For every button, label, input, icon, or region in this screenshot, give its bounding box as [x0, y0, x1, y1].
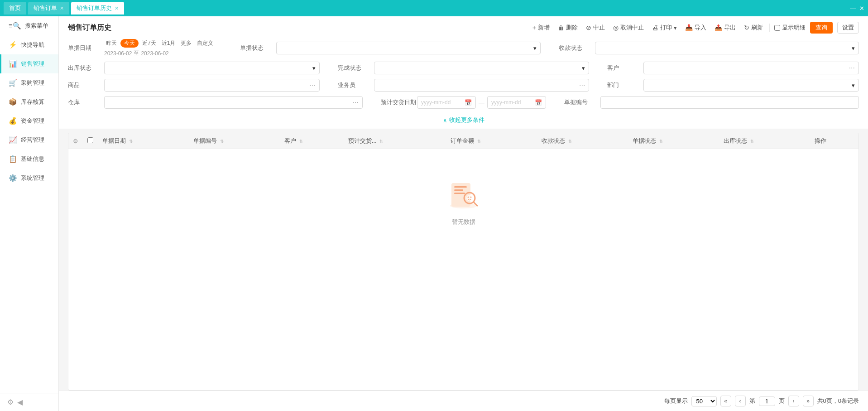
th-bill-status-sort-icon[interactable]: ⇅: [659, 139, 663, 144]
bill-number-input[interactable]: [600, 96, 859, 109]
sidebar-item-quick-nav[interactable]: ⚡ 快捷导航: [0, 35, 58, 54]
th-expected-delivery-sort-icon[interactable]: ⇅: [379, 139, 383, 144]
tab-sales-order-history[interactable]: 销售订单历史 ✕: [71, 2, 124, 15]
date-range-start: 2023-06-02: [104, 50, 132, 57]
search-menu-icon: ≡🔍: [9, 22, 21, 30]
table-settings-icon[interactable]: ⚙: [73, 138, 78, 145]
expected-date-calendar-start-icon[interactable]: 📅: [465, 99, 472, 106]
print-label: 打印: [660, 24, 672, 32]
cancel-stop-label: 取消中止: [620, 24, 644, 32]
th-out-status-label: 出库状态: [724, 137, 747, 144]
salesperson-select[interactable]: ···: [374, 79, 590, 92]
sidebar-settings-icon[interactable]: ⚙: [7, 398, 14, 406]
th-order-amount[interactable]: 订单金额 ⇅: [446, 133, 537, 149]
sidebar-item-system-mgmt[interactable]: ⚙️ 系统管理: [0, 169, 58, 188]
add-button[interactable]: + 新增: [531, 23, 551, 33]
warehouse-select[interactable]: ···: [104, 96, 363, 109]
goods-dots-icon[interactable]: ···: [309, 81, 315, 89]
th-bill-status[interactable]: 单据状态 ⇅: [628, 133, 719, 149]
date-today-btn[interactable]: 今天: [120, 39, 139, 48]
import-button[interactable]: 📥 导入: [683, 23, 708, 33]
department-select[interactable]: ▾: [643, 79, 859, 92]
th-receipt-status-sort-icon[interactable]: ⇅: [568, 139, 572, 144]
tab-sales-order-history-close[interactable]: ✕: [115, 6, 119, 11]
tab-sales-order-label: 销售订单: [34, 4, 57, 12]
sidebar-item-inventory-calc[interactable]: 📦 库存核算: [0, 92, 58, 111]
th-expected-delivery[interactable]: 预计交货... ⇅: [344, 133, 446, 149]
th-order-amount-sort-icon[interactable]: ⇅: [477, 139, 481, 144]
sidebar-item-basic-info[interactable]: 📋 基础信息: [0, 150, 58, 169]
th-receipt-status[interactable]: 收款状态 ⇅: [537, 133, 628, 149]
complete-status-select[interactable]: ▾: [374, 62, 590, 74]
sidebar-item-sales-mgmt[interactable]: 📊 销售管理: [0, 54, 58, 73]
sidebar-item-purchase-mgmt[interactable]: 🛒 采购管理: [0, 73, 58, 92]
select-all-checkbox[interactable]: [87, 137, 93, 143]
th-out-status[interactable]: 出库状态 ⇅: [719, 133, 810, 149]
date-7days-btn[interactable]: 近7天: [140, 39, 158, 48]
sidebar-item-fund-mgmt[interactable]: 💰 资金管理: [0, 111, 58, 131]
window-minimize-btn[interactable]: —: [850, 5, 856, 12]
stop-button[interactable]: ⊘ 中止: [584, 23, 607, 33]
query-button[interactable]: 查询: [810, 22, 833, 34]
receipt-status-label: 收款状态: [559, 44, 595, 52]
department-label: 部门: [607, 81, 643, 89]
current-page-input[interactable]: [759, 396, 775, 406]
receipt-status-select[interactable]: ▾: [595, 42, 859, 54]
date-yesterday-btn[interactable]: 昨天: [104, 39, 119, 48]
window-close-btn[interactable]: ✕: [859, 5, 864, 12]
export-button[interactable]: 📤 导出: [713, 23, 738, 33]
sidebar-item-operation-mgmt[interactable]: 📈 经营管理: [0, 131, 58, 150]
out-status-arrow-icon: ▾: [312, 65, 316, 72]
per-page-select[interactable]: 50 20 100: [691, 396, 717, 406]
sales-mgmt-icon: 📊: [9, 60, 17, 68]
delete-button[interactable]: 🗑 删除: [556, 23, 580, 33]
th-out-status-sort-icon[interactable]: ⇅: [750, 139, 754, 144]
next-page-icon: ›: [793, 398, 795, 404]
out-status-select[interactable]: ▾: [104, 62, 320, 74]
fund-mgmt-icon: 💰: [9, 117, 17, 125]
operation-mgmt-icon: 📈: [9, 136, 17, 144]
th-customer-sort-icon[interactable]: ⇅: [299, 139, 303, 144]
th-operations-label: 操作: [815, 137, 826, 144]
th-bill-date-sort-icon[interactable]: ⇅: [129, 139, 133, 144]
print-button[interactable]: 🖨 打印 ▾: [650, 23, 679, 33]
prev-page-btn[interactable]: ‹: [735, 396, 746, 406]
display-columns-checkbox[interactable]: 显示明细: [774, 24, 806, 32]
last-page-btn[interactable]: »: [803, 396, 814, 406]
page-title: 销售订单历史: [68, 23, 111, 33]
th-settings[interactable]: ⚙: [68, 133, 83, 149]
tab-sales-order-close[interactable]: ✕: [60, 6, 64, 11]
filter-row-4: 仓库 ··· 预计交货日期 yyyy-mm-dd 📅 — yyyy-mm-d: [68, 96, 859, 109]
customer-dots-icon[interactable]: ···: [849, 64, 855, 72]
tab-sales-order[interactable]: 销售订单 ✕: [28, 2, 69, 15]
date-range-inputs: 2023-06-02 至 2023-06-02: [104, 49, 222, 57]
th-bill-date[interactable]: 单据日期 ⇅: [98, 133, 189, 149]
expected-date-calendar-end-icon[interactable]: 📅: [535, 99, 542, 106]
th-bill-number-label: 单据编号: [193, 137, 217, 144]
bill-status-select[interactable]: ▾: [276, 42, 541, 54]
warehouse-dots-icon[interactable]: ···: [353, 98, 359, 106]
goods-select[interactable]: ···: [104, 79, 320, 92]
date-1month-btn[interactable]: 近1月: [160, 39, 177, 48]
next-page-btn[interactable]: ›: [788, 396, 799, 406]
date-more-btn[interactable]: 更多: [179, 39, 193, 48]
first-page-btn[interactable]: «: [720, 396, 731, 406]
sidebar-item-search-menu[interactable]: ≡🔍 搜索菜单: [0, 16, 58, 35]
collapse-label: 收起更多条件: [449, 116, 484, 124]
th-bill-number-sort-icon[interactable]: ⇅: [220, 139, 224, 144]
refresh-button[interactable]: ↻ 刷新: [742, 23, 765, 33]
table-body: 暂无数据: [68, 149, 858, 254]
collapse-row[interactable]: ∧ 收起更多条件: [68, 113, 859, 125]
th-bill-number[interactable]: 单据编号 ⇅: [189, 133, 280, 149]
th-customer[interactable]: 客户 ⇅: [280, 133, 344, 149]
cancel-stop-button[interactable]: ◎ 取消中止: [611, 23, 646, 33]
th-bill-status-label: 单据状态: [633, 137, 656, 144]
customer-select[interactable]: ···: [643, 62, 859, 74]
th-checkbox[interactable]: [83, 133, 98, 149]
settings-button[interactable]: 设置: [837, 22, 859, 34]
date-custom-btn[interactable]: 自定义: [195, 39, 215, 48]
sidebar-collapse-icon[interactable]: ◀: [17, 398, 23, 406]
display-columns-input[interactable]: [774, 25, 780, 31]
tab-home[interactable]: 首页: [4, 2, 26, 15]
salesperson-dots-icon[interactable]: ···: [579, 81, 585, 89]
